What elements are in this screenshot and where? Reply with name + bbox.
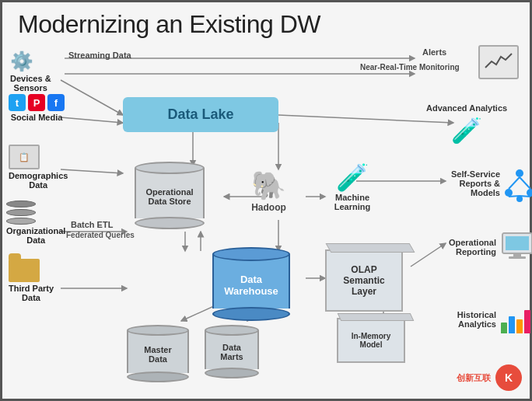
hadoop-label: Hadoop <box>251 202 286 213</box>
folder-icon <box>9 259 40 282</box>
bar-chart-icon <box>501 305 530 333</box>
svg-line-28 <box>520 196 530 197</box>
operational-ds-container: Operational Data Store <box>135 162 205 229</box>
db-stack-icon <box>6 200 65 225</box>
operational-reporting-label: Operational Reporting <box>434 238 496 256</box>
data-lake-label: Data Lake <box>167 106 233 123</box>
devices-label: Devices &Sensors <box>10 74 51 92</box>
twitter-icon: t <box>9 94 26 111</box>
svg-line-4 <box>61 169 123 173</box>
svg-line-25 <box>509 177 520 189</box>
slide: Modernizing an Existing DW <box>0 0 532 401</box>
federated-label: Federated Queries <box>66 231 135 239</box>
watermark-text: 创新互联 <box>457 372 491 384</box>
analytics-flask-icon: 🧪 <box>451 116 482 145</box>
self-service-container: Self-Service Reports & Models <box>430 169 532 205</box>
social-icons: t P f <box>9 94 65 111</box>
pinterest-icon: P <box>28 94 45 111</box>
facebook-icon: f <box>47 94 65 111</box>
data-marts-container: Data Marts <box>205 325 259 378</box>
page-title: Modernizing an Existing DW <box>2 2 530 43</box>
advanced-analytics-label: Advanced Analytics <box>426 103 507 113</box>
batch-etl-label: Batch ETL <box>71 220 113 229</box>
ods-label: Operational Data Store <box>145 187 193 206</box>
svg-line-3 <box>61 117 123 123</box>
demographics-source: 📋 DemographicsData <box>9 145 68 190</box>
network-icon <box>505 169 532 205</box>
thirdparty-label: Third PartyData <box>9 284 54 302</box>
master-data-container: Master Data <box>127 325 189 382</box>
svg-line-2 <box>61 80 123 115</box>
social-label: Social Media <box>9 113 65 122</box>
operational-reporting-container: Operational Reporting <box>434 232 532 263</box>
organizational-source: OrganizationalData <box>6 200 65 245</box>
hadoop-container: 🐘 Hadoop <box>251 169 286 213</box>
master-data-label: Master Data <box>144 345 171 364</box>
data-lake-box: Data Lake <box>123 97 278 132</box>
svg-rect-30 <box>506 236 529 250</box>
svg-point-21 <box>516 169 523 177</box>
data-marts-label: Data Marts <box>220 343 243 361</box>
alerts-label: Alerts <box>422 47 446 57</box>
svg-line-26 <box>520 177 530 189</box>
olap-box: OLAP Semantic Layer <box>325 243 411 313</box>
flask-icon: 🧪 <box>336 162 369 193</box>
devices-source: ⚙️ Devices &Sensors <box>10 51 51 92</box>
ml-label: Machine Learning <box>325 193 380 211</box>
historical-analytics-container: Historical Analytics <box>434 305 530 333</box>
social-source: t P f Social Media <box>9 94 65 122</box>
svg-point-22 <box>505 189 513 197</box>
historical-analytics-label: Historical Analytics <box>434 310 496 329</box>
svg-rect-31 <box>513 253 521 256</box>
thirdparty-source: Third PartyData <box>9 259 54 302</box>
streaming-label: Streaming Data <box>68 51 131 60</box>
hadoop-elephant-icon: 🐘 <box>251 169 286 202</box>
demographics-label: DemographicsData <box>9 171 68 190</box>
organizational-label: OrganizationalData <box>6 226 65 245</box>
self-service-label: Self-Service Reports & Models <box>430 169 500 197</box>
advanced-analytics-container: Advanced Analytics 🧪 <box>426 103 507 145</box>
near-realtime-label: Near-Real-Time Monitoring <box>360 63 460 71</box>
olap-label: OLAP Semantic Layer <box>343 264 384 297</box>
dw-label: Data Warehouse <box>224 274 278 297</box>
ml-container: 🧪 Machine Learning <box>325 162 380 211</box>
svg-line-27 <box>509 196 520 197</box>
inmem-label: In-Memory Model <box>352 332 391 349</box>
inmem-box: In-Memory Model <box>337 313 411 364</box>
svg-point-23 <box>527 189 532 197</box>
watermark-container: 创新互联 K <box>457 364 522 391</box>
svg-rect-32 <box>509 256 526 259</box>
alert-chart-icon <box>478 45 519 79</box>
watermark-logo: K <box>495 364 522 391</box>
data-warehouse-container: Data Warehouse <box>212 247 290 321</box>
monitor-icon <box>501 232 532 263</box>
